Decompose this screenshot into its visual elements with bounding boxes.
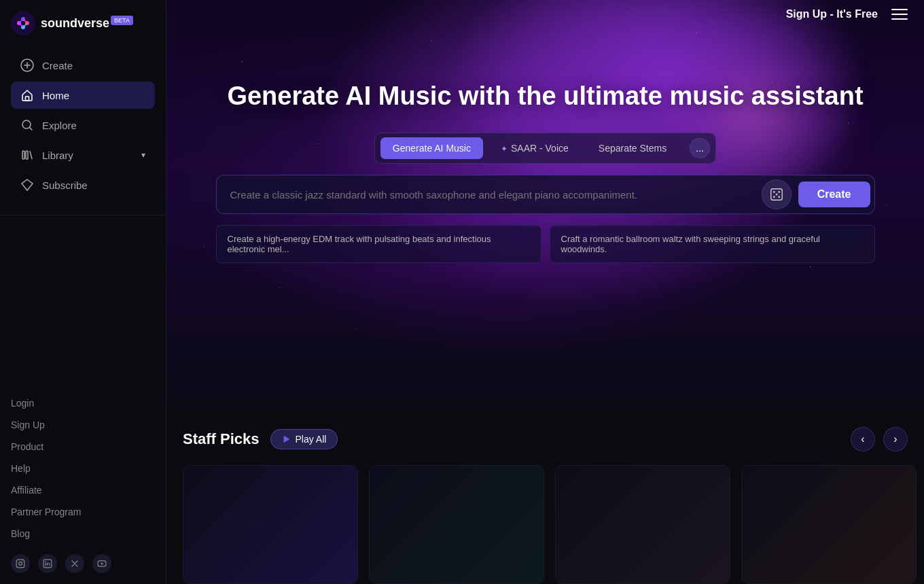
svg-marker-32 — [283, 436, 289, 443]
sidebar-item-label: Library — [42, 150, 133, 161]
sidebar-link-help[interactable]: Help — [11, 459, 155, 478]
hero-section: Generate AI Music with the ultimate musi… — [166, 0, 924, 411]
svg-point-31 — [775, 194, 777, 196]
svg-point-0 — [11, 11, 35, 35]
music-card-3[interactable] — [555, 465, 730, 584]
staff-picks-header: Staff Picks Play All ‹ › — [183, 427, 908, 451]
hero-title: Generate AI Music with the ultimate musi… — [227, 82, 863, 111]
sidebar: soundverseBETA Create Home — [0, 0, 166, 584]
hero-content: Generate AI Music with the ultimate musi… — [166, 0, 924, 263]
tab-separate-stems[interactable]: Separate Stems — [586, 137, 679, 159]
carousel-prev-button[interactable]: ‹ — [851, 427, 875, 451]
svg-line-14 — [30, 128, 33, 131]
main-content: Sign Up - It's Free Generate AI Music wi… — [166, 0, 924, 584]
sidebar-bottom: Login Sign Up Product Help Affiliate Par… — [0, 383, 166, 584]
staff-picks-cards — [183, 465, 908, 584]
search-icon — [20, 118, 34, 132]
youtube-icon[interactable] — [92, 554, 111, 573]
hamburger-line — [891, 9, 908, 10]
social-icons-row — [11, 554, 155, 573]
suggestion-chips-row: Create a high-energy EDM track with puls… — [216, 225, 875, 263]
sidebar-link-affiliate[interactable]: Affiliate — [11, 481, 155, 500]
staff-picks-left: Staff Picks Play All — [183, 429, 338, 449]
svg-rect-12 — [26, 97, 29, 101]
svg-point-30 — [778, 196, 780, 198]
suggestion-chip-waltz[interactable]: Craft a romantic ballroom waltz with swe… — [550, 225, 875, 263]
logo-icon — [11, 11, 35, 35]
hamburger-line — [891, 14, 908, 15]
instagram-icon[interactable] — [11, 554, 30, 573]
svg-point-28 — [778, 191, 780, 193]
play-all-button[interactable]: Play All — [270, 429, 338, 449]
logo-area: soundverseBETA — [11, 11, 155, 35]
staff-picks-section: Staff Picks Play All ‹ › — [166, 411, 924, 584]
sidebar-item-label: Subscribe — [42, 179, 145, 191]
signup-link[interactable]: Sign Up - It's Free — [786, 8, 878, 20]
sidebar-divider — [0, 215, 166, 216]
plus-circle-icon — [20, 58, 34, 72]
svg-rect-18 — [16, 560, 24, 568]
sidebar-link-blog[interactable]: Blog — [11, 524, 155, 543]
play-icon — [282, 434, 291, 444]
linkedin-icon[interactable] — [38, 554, 57, 573]
diamond-icon — [20, 178, 34, 192]
svg-marker-17 — [22, 179, 33, 190]
music-card-2[interactable] — [369, 465, 544, 584]
sidebar-item-subscribe[interactable]: Subscribe — [11, 171, 155, 199]
sidebar-item-create[interactable]: Create — [11, 52, 155, 79]
sidebar-item-label: Home — [42, 90, 145, 101]
svg-rect-16 — [26, 151, 28, 159]
hamburger-menu[interactable] — [891, 9, 908, 20]
music-card-4[interactable] — [741, 465, 917, 584]
sidebar-top: soundverseBETA Create Home — [0, 0, 166, 204]
svg-point-29 — [773, 196, 775, 198]
randomize-button[interactable] — [762, 179, 792, 209]
sidebar-nav: Create Home Explore Librar — [11, 52, 155, 199]
sidebar-link-login[interactable]: Login — [11, 394, 155, 413]
library-icon — [20, 148, 34, 162]
sidebar-link-product[interactable]: Product — [11, 437, 155, 456]
prompt-input[interactable] — [230, 189, 755, 201]
music-card-1[interactable] — [183, 465, 358, 584]
chevron-down-icon: ▾ — [141, 150, 145, 160]
sidebar-item-label: Explore — [42, 120, 145, 131]
topbar: Sign Up - It's Free — [166, 0, 924, 29]
saar-tab-icon: ✦ — [501, 144, 508, 154]
dice-icon — [769, 187, 784, 202]
svg-rect-15 — [22, 151, 24, 159]
tab-saar-voice[interactable]: ✦SAAR - Voice — [488, 137, 581, 159]
carousel-arrows: ‹ › — [851, 427, 908, 451]
svg-point-20 — [22, 561, 23, 562]
carousel-next-button[interactable]: › — [883, 427, 908, 451]
staff-picks-title: Staff Picks — [183, 430, 260, 448]
sidebar-link-signup[interactable]: Sign Up — [11, 415, 155, 434]
sidebar-item-label: Create — [42, 60, 145, 71]
twitter-x-icon[interactable] — [65, 554, 84, 573]
sidebar-link-partner[interactable]: Partner Program — [11, 502, 155, 521]
home-icon — [20, 88, 34, 102]
sidebar-item-library[interactable]: Library ▾ — [11, 141, 155, 169]
create-button[interactable]: Create — [798, 182, 870, 207]
tabs-row: Generate AI Music ✦SAAR - Voice Separate… — [374, 133, 716, 164]
hamburger-line — [891, 18, 908, 20]
svg-marker-25 — [101, 562, 104, 565]
prompt-input-row: Create — [216, 175, 875, 214]
suggestion-chip-edm[interactable]: Create a high-energy EDM track with puls… — [216, 225, 541, 263]
tabs-more-button[interactable]: ... — [690, 138, 710, 158]
svg-point-27 — [773, 191, 775, 193]
logo-text: soundverseBETA — [41, 16, 133, 31]
sidebar-item-home[interactable]: Home — [11, 82, 155, 109]
tab-generate-ai-music[interactable]: Generate AI Music — [380, 137, 483, 159]
sidebar-item-explore[interactable]: Explore — [11, 111, 155, 139]
svg-point-19 — [19, 562, 22, 566]
